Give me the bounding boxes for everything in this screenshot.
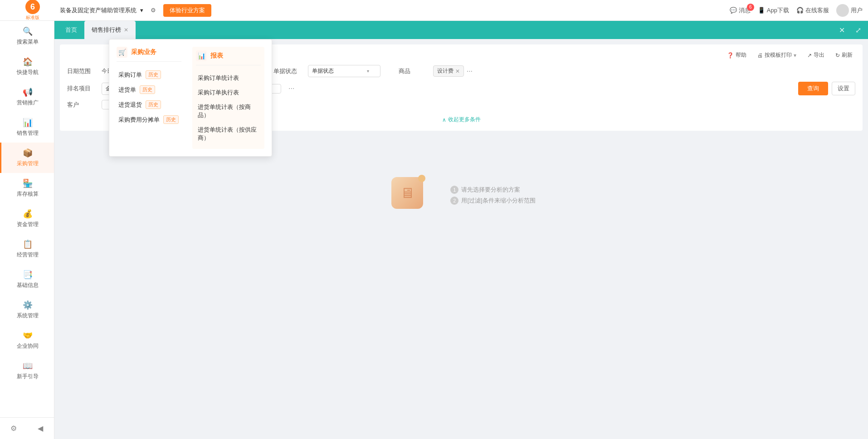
main-layout: 🔍 搜索菜单 🏠 快捷导航 📢 营销推广 📊 销售管理 📦 采购管理 🏪 库存核… [0, 21, 868, 439]
user-label: 用户 [851, 6, 863, 15]
history-badge: 历史 [140, 85, 155, 94]
history-badge: 历史 [163, 115, 179, 124]
help-icon: ❓ [727, 52, 734, 59]
empty-hints: 1 请先选择要分析的方案 2 用[过滤]条件来缩小分析范围 [450, 186, 535, 205]
search-button[interactable]: 查询 [798, 82, 828, 95]
sidebar-item-search[interactable]: 🔍 搜索菜单 [0, 21, 54, 51]
sidebar-item-marketing[interactable]: 📢 营销推广 [0, 82, 54, 112]
message-badge: 6 [747, 4, 754, 11]
dropdown-item-label: 采购订单统计表 [198, 74, 239, 82]
purchase-col-header: 🛒 采购业务 [117, 47, 181, 62]
export-btn[interactable]: ↗ 导出 [805, 50, 827, 60]
tab-bar: 首页 销售排行榜 ✕ ✕ ⤢ [54, 21, 868, 39]
sidebar-item-cooperation[interactable]: 🤝 企业协同 [0, 325, 54, 355]
title-dropdown-arrow[interactable]: ▾ [140, 7, 143, 14]
settings-button[interactable]: 设置 [832, 82, 855, 95]
tab-expand-btn[interactable]: ⤢ [852, 24, 864, 36]
online-service-btn[interactable]: 🎧 在线客服 [796, 6, 829, 15]
dropdown-item-incoming[interactable]: 进货单 历史 [117, 82, 181, 97]
refresh-btn[interactable]: ↻ 刷新 [833, 50, 855, 60]
app-edition: 标准版 [26, 15, 39, 21]
dropdown-item-return[interactable]: 进货退货 历史 [117, 97, 181, 112]
app-title: 装备及固定资产辅助管理系统 [60, 6, 137, 15]
tab-sales-rank[interactable]: 销售排行榜 ✕ [84, 21, 136, 39]
doc-status-select[interactable]: 单据状态 ▾ [308, 65, 380, 77]
print-btn[interactable]: 🖨 按模板打印 ▾ [755, 50, 799, 60]
message-icon: 💬 [730, 7, 737, 14]
report-col-title: 报表 [210, 52, 223, 60]
dropdown-item-label: 采购订单 [118, 71, 142, 79]
sidebar-item-operations[interactable]: 📋 经营管理 [0, 234, 54, 264]
sidebar-item-finance[interactable]: 💰 资金管理 [0, 203, 54, 234]
top-bar-right: 💬 消息 6 📱 App下载 🎧 在线客服 用户 [730, 4, 863, 17]
user-btn[interactable]: 用户 [836, 4, 863, 17]
sidebar-item-label: 库存核算 [17, 190, 39, 198]
print-dropdown-icon: ▾ [794, 52, 796, 59]
doc-status-arrow: ▾ [367, 69, 369, 74]
sidebar-item-basic[interactable]: 📑 基础信息 [0, 264, 54, 295]
sidebar-item-purchase[interactable]: 📦 采购管理 [0, 143, 54, 173]
tab-bar-actions: ✕ ⤢ [835, 24, 864, 36]
online-service-label: 在线客服 [805, 6, 829, 15]
sidebar-item-quicknav[interactable]: 🏠 快捷导航 [0, 51, 54, 82]
settings-icon-btn[interactable]: ⚙ [147, 4, 160, 17]
sidebar-bottom: ⚙ ◀ [0, 417, 54, 439]
sidebar-item-inventory[interactable]: 🏪 库存核算 [0, 173, 54, 203]
dropdown-item-expense[interactable]: 采购费用分摊单 历史 [117, 112, 181, 127]
goods-tag-design[interactable]: 设计费 ✕ [433, 65, 464, 77]
dropdown-item-label: 进货退货 [118, 101, 142, 109]
purchase-icon: 📦 [23, 148, 33, 158]
headset-icon: 🎧 [796, 7, 804, 14]
rank-label: 排名项目 [67, 84, 94, 93]
dropdown-item-label: 采购费用分摊单 [118, 116, 160, 124]
purchase-col: 🛒 采购业务 采购订单 历史 进货单 历史 进货退货 历史 [117, 47, 181, 149]
marketing-icon: 📢 [23, 87, 33, 97]
tab-close-icon[interactable]: ✕ [124, 27, 128, 33]
phone-icon: 📱 [758, 7, 765, 14]
app-title-section: 装备及固定资产辅助管理系统 ▾ ⚙ 体验行业方案 [60, 4, 730, 17]
finance-icon: 💰 [23, 209, 33, 219]
sidebar-item-label: 基础信息 [17, 281, 39, 289]
sidebar-item-sales[interactable]: 📊 销售管理 [0, 112, 54, 143]
dropdown-item-label: 进货单统计表（按供应商） [198, 126, 259, 142]
sidebar-collapse-btn[interactable]: ◀ [27, 421, 54, 435]
dropdown-item-order-stats[interactable]: 采购订单统计表 [196, 71, 261, 85]
hint-num-2: 2 [450, 197, 458, 205]
refresh-label: 刷新 [842, 51, 853, 59]
help-btn[interactable]: ❓ 帮助 [724, 50, 749, 60]
report-col-header: 📊 报表 [196, 50, 261, 65]
goods-tag-label: 设计费 [437, 67, 454, 75]
salesperson-dots[interactable]: ··· [288, 84, 294, 93]
export-label: 导出 [814, 51, 824, 59]
collapse-up-icon: ∧ [442, 117, 446, 123]
industry-button[interactable]: 体验行业方案 [163, 4, 211, 17]
home-icon: 🏠 [23, 57, 33, 67]
dropdown-item-order-exec[interactable]: 采购订单执行表 [196, 85, 261, 100]
purchase-dropdown-menu: 🛒 采购业务 采购订单 历史 进货单 历史 进货退货 历史 [109, 39, 272, 157]
sidebar-item-label: 营销推广 [17, 99, 39, 107]
dropdown-item-purchase-order[interactable]: 采购订单 历史 [117, 67, 181, 82]
goods-tag-close[interactable]: ✕ [455, 68, 460, 74]
message-btn[interactable]: 💬 消息 6 [730, 6, 751, 15]
history-badge: 历史 [146, 100, 161, 109]
tab-home-label: 首页 [65, 26, 77, 34]
sidebar-item-system[interactable]: ⚙️ 系统管理 [0, 295, 54, 325]
app-download-btn[interactable]: 📱 App下载 [758, 6, 789, 15]
empty-illustration: 🖥 [387, 173, 432, 218]
goods-more-dots[interactable]: ··· [467, 67, 473, 75]
empty-hint-1: 1 请先选择要分析的方案 [450, 186, 520, 194]
goods-label: 商品 [399, 67, 426, 75]
inventory-icon: 🏪 [23, 178, 33, 188]
sidebar-item-guide[interactable]: 📖 新手引导 [0, 355, 54, 386]
sidebar-settings-btn[interactable]: ⚙ [0, 421, 27, 435]
sidebar-item-label: 企业协同 [17, 342, 39, 350]
dropdown-item-label: 进货单统计表（按商品） [198, 103, 259, 119]
tab-close-btn[interactable]: ✕ [835, 24, 848, 36]
search-icon: 🔍 [23, 26, 33, 36]
sidebar-item-label: 采购管理 [17, 160, 39, 168]
hint-text-2: 用[过滤]条件来缩小分析范围 [461, 197, 535, 205]
dropdown-item-incoming-stats-supplier[interactable]: 进货单统计表（按供应商） [196, 123, 261, 145]
tab-home[interactable]: 首页 [58, 21, 84, 39]
sidebar-item-label: 系统管理 [17, 312, 39, 320]
dropdown-item-incoming-stats-goods[interactable]: 进货单统计表（按商品） [196, 100, 261, 123]
